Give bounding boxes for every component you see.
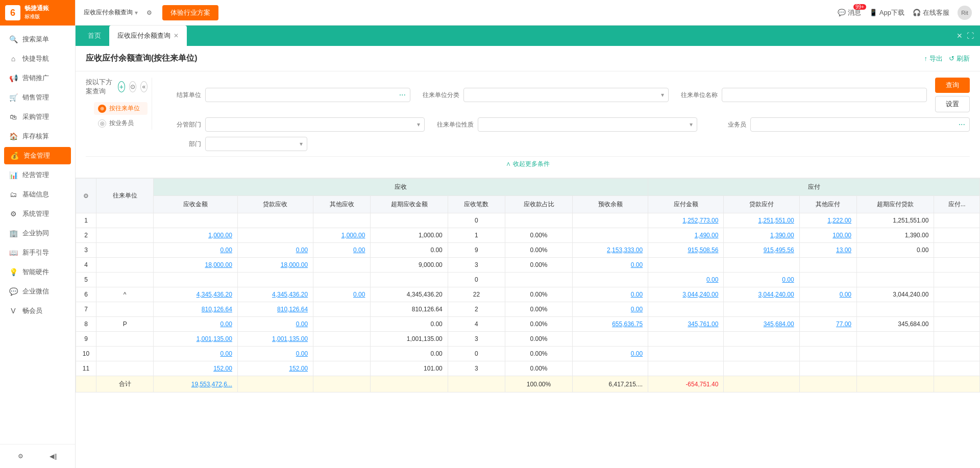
table-cell[interactable]: 0.00 <box>572 287 648 302</box>
tab-close-all-icon[interactable]: ✕ <box>957 32 963 40</box>
table-cell[interactable] <box>154 213 238 228</box>
tab-home[interactable]: 首页 <box>80 26 109 46</box>
table-cell[interactable]: 2,153,333.00 <box>572 243 648 258</box>
table-cell[interactable]: 152.00 <box>154 361 238 376</box>
sidebar-collapse-button[interactable]: ◀‖ <box>44 450 62 463</box>
tab-expand-icon[interactable]: ⛶ <box>967 32 974 40</box>
table-cell[interactable] <box>237 213 313 228</box>
user-avatar[interactable]: Rit <box>958 6 972 20</box>
table-cell[interactable]: 4,345,436.20 <box>154 287 238 302</box>
settlement-unit-input[interactable]: ··· <box>205 88 410 102</box>
sidebar-item-quick-nav[interactable]: ⌂ 快捷导航 <box>0 49 75 68</box>
salesman-input[interactable]: ··· <box>750 117 970 132</box>
filter-sub-by-partner[interactable]: ⊕ 按往来单位 <box>94 102 148 115</box>
table-cell[interactable]: 152.00 <box>237 361 313 376</box>
table-cell[interactable]: 1,001,135.00 <box>237 332 313 347</box>
sidebar-item-sales[interactable]: 🛒 销售管理 <box>0 88 75 107</box>
table-cell[interactable]: 1,251,551.00 <box>724 213 799 228</box>
table-cell[interactable]: 100.00 <box>799 228 856 243</box>
table-cell[interactable] <box>724 302 799 317</box>
table-cell[interactable] <box>313 273 371 287</box>
th-gear[interactable]: ⚙ <box>76 179 96 213</box>
table-cell[interactable]: 0.00 <box>313 287 371 302</box>
sidebar-item-guide[interactable]: 📖 新手引导 <box>0 243 75 262</box>
query-button[interactable]: 查询 <box>935 78 970 93</box>
table-cell[interactable]: 0.00 <box>648 273 724 287</box>
partner-category-input[interactable]: ▾ <box>463 88 669 102</box>
table-cell[interactable]: 0.00 <box>237 317 313 332</box>
sidebar-item-enterprise[interactable]: 🏢 企业协同 <box>0 224 75 243</box>
table-cell[interactable]: 915,508.56 <box>648 243 724 258</box>
table-cell[interactable]: 1,390.00 <box>724 228 799 243</box>
table-cell[interactable]: 0.00 <box>724 273 799 287</box>
table-cell[interactable] <box>648 361 724 376</box>
partner-name-input[interactable] <box>722 88 927 102</box>
header-breadcrumb-dropdown[interactable]: 应收应付余额查询 ▾ <box>84 8 138 17</box>
table-cell[interactable] <box>237 228 313 243</box>
filter-collapse-button[interactable]: « <box>140 81 148 92</box>
table-cell[interactable] <box>799 332 856 347</box>
table-cell[interactable]: 3,044,240.00 <box>724 287 799 302</box>
sidebar-item-marketing[interactable]: 📢 营销推广 <box>0 68 75 88</box>
filter-add-button[interactable]: + <box>118 81 125 92</box>
table-cell[interactable] <box>237 273 313 287</box>
table-cell[interactable] <box>724 361 799 376</box>
table-cell[interactable] <box>799 361 856 376</box>
table-cell[interactable]: 18,000.00 <box>237 258 313 273</box>
table-cell[interactable]: 3,044,240.00 <box>648 287 724 302</box>
table-cell[interactable] <box>313 302 371 317</box>
table-cell[interactable]: 0.00 <box>154 243 238 258</box>
promo-button[interactable]: 体验行业方案 <box>162 5 218 20</box>
table-cell[interactable]: 0.00 <box>154 317 238 332</box>
table-cell[interactable]: 1,222.00 <box>799 213 856 228</box>
table-cell[interactable] <box>724 347 799 361</box>
tab-ar-ap-query[interactable]: 应收应付余额查询 ✕ <box>109 26 187 46</box>
table-cell[interactable] <box>648 302 724 317</box>
sidebar-item-smart-hw[interactable]: 💡 智能硬件 <box>0 262 75 282</box>
sidebar-item-vip[interactable]: V 畅会员 <box>0 301 75 321</box>
header-gear-button[interactable]: ⚙ <box>142 6 156 20</box>
table-cell[interactable]: 0.00 <box>572 347 648 361</box>
table-cell[interactable]: 345,684.00 <box>724 317 799 332</box>
table-cell[interactable] <box>572 332 648 347</box>
sidebar-item-operation[interactable]: 📊 经营管理 <box>0 165 75 185</box>
table-cell[interactable]: 1,000.00 <box>154 228 238 243</box>
table-cell[interactable] <box>724 332 799 347</box>
collapse-more-button[interactable]: ∧ 收起更多条件 <box>86 156 970 171</box>
table-cell[interactable] <box>799 258 856 273</box>
table-cell[interactable]: 0.00 <box>237 347 313 361</box>
partner-nature-input[interactable]: ▾ <box>478 117 697 132</box>
table-cell[interactable] <box>724 258 799 273</box>
table-cell[interactable] <box>313 317 371 332</box>
table-cell[interactable]: 655,636.75 <box>572 317 648 332</box>
table-cell[interactable] <box>572 273 648 287</box>
table-cell[interactable] <box>648 332 724 347</box>
filter-settings-icon-button[interactable]: ⊙ <box>129 81 136 92</box>
table-cell[interactable]: 13.00 <box>799 243 856 258</box>
online-service-button[interactable]: 🎧 在线客服 <box>913 8 949 17</box>
table-cell[interactable]: 77.00 <box>799 317 856 332</box>
refresh-button[interactable]: ↺ 刷新 <box>949 54 970 63</box>
sidebar-item-purchase[interactable]: 🛍 采购管理 <box>0 107 75 127</box>
table-cell[interactable]: 0.00 <box>799 287 856 302</box>
table-cell[interactable] <box>313 332 371 347</box>
table-cell[interactable]: 1,000.00 <box>313 228 371 243</box>
table-cell[interactable] <box>648 258 724 273</box>
sidebar-settings-button[interactable]: ⚙ <box>13 450 29 463</box>
sidebar-item-capital[interactable]: 💰 资金管理 <box>4 147 71 164</box>
table-cell[interactable] <box>799 273 856 287</box>
table-cell[interactable] <box>572 213 648 228</box>
summary-ar-amount[interactable]: 19,553,472,6... <box>154 376 238 392</box>
table-cell[interactable] <box>313 361 371 376</box>
table-cell[interactable]: 4,345,436.20 <box>237 287 313 302</box>
sidebar-item-wechat[interactable]: 💬 企业微信 <box>0 282 75 301</box>
table-cell[interactable]: 0.00 <box>154 347 238 361</box>
table-cell[interactable]: 1,001,135.00 <box>154 332 238 347</box>
messages-button[interactable]: 💬 消息 99+ <box>838 8 861 17</box>
table-cell[interactable]: 810,126.64 <box>154 302 238 317</box>
table-cell[interactable] <box>313 258 371 273</box>
filter-sub-by-salesman[interactable]: ◎ 按业务员 <box>94 117 148 130</box>
table-cell[interactable] <box>572 361 648 376</box>
sidebar-item-system[interactable]: ⚙ 系统管理 <box>0 204 75 224</box>
sidebar-item-inventory[interactable]: 🏠 库存核算 <box>0 127 75 146</box>
